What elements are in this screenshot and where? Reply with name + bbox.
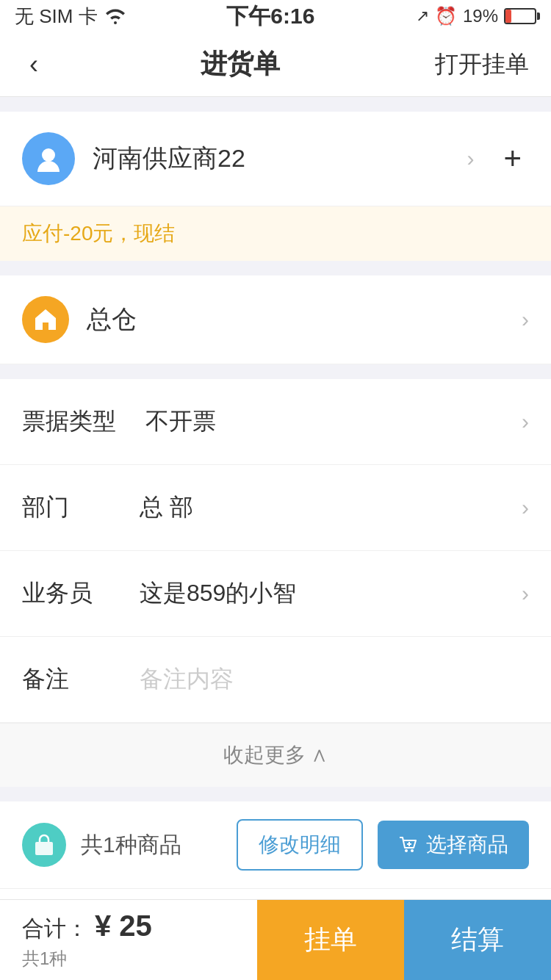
select-product-button[interactable]: 选择商品 — [378, 821, 529, 869]
salesperson-row[interactable]: 业务员 这是859的小智 › — [0, 551, 551, 637]
salesperson-chevron-icon: › — [522, 581, 529, 606]
notice-text: 应付-20元，现结 — [22, 222, 175, 245]
nav-bar: ‹ 进货单 打开挂单 — [0, 32, 551, 97]
warehouse-card: 总仓 › — [0, 275, 551, 364]
supplier-row[interactable]: 河南供应商22 › + — [0, 112, 551, 206]
remark-row[interactable]: 备注 备注内容 — [0, 637, 551, 723]
invoice-type-label: 票据类型 — [22, 406, 116, 438]
svg-point-0 — [42, 148, 55, 162]
salesperson-value: 这是859的小智 — [110, 577, 522, 610]
department-row[interactable]: 部门 总 部 › — [0, 465, 551, 551]
status-left: 无 SIM 卡 — [15, 4, 126, 29]
svg-rect-1 — [35, 842, 53, 855]
warehouse-icon — [22, 296, 69, 343]
collapse-label: 收起更多 ∧ — [223, 743, 328, 766]
person-icon — [34, 144, 63, 173]
bottom-bar: 合计： ¥ 25 共1种 挂单 结算 — [0, 899, 551, 980]
remark-value: 备注内容 — [110, 663, 529, 696]
product-count: 共1种商品 — [81, 830, 222, 860]
status-time: 下午6:16 — [226, 1, 314, 32]
hang-button[interactable]: 挂单 — [257, 900, 404, 981]
warehouse-row[interactable]: 总仓 › — [0, 275, 551, 364]
department-chevron-icon: › — [522, 495, 529, 520]
warehouse-chevron-icon: › — [522, 307, 529, 332]
department-value: 总 部 — [110, 491, 522, 524]
invoice-type-value: 不开票 — [116, 406, 522, 438]
status-right: ↗ ⏰ 19% — [416, 6, 536, 26]
form-card: 票据类型 不开票 › 部门 总 部 › 业务员 这是859的小智 › 备注 备注… — [0, 379, 551, 787]
page-title: 进货单 — [201, 46, 280, 82]
salesperson-label: 业务员 — [22, 577, 110, 610]
carrier-text: 无 SIM 卡 — [15, 4, 98, 29]
divider-4 — [0, 787, 551, 801]
alarm-icon: ⏰ — [435, 6, 457, 26]
product-section-icon — [22, 823, 66, 867]
notice-bar: 应付-20元，现结 — [0, 206, 551, 261]
divider-3 — [0, 364, 551, 379]
status-bar: 无 SIM 卡 下午6:16 ↗ ⏰ 19% — [0, 0, 551, 32]
supplier-avatar — [22, 132, 75, 185]
divider-1 — [0, 97, 551, 112]
select-product-label: 选择商品 — [426, 831, 508, 859]
battery-text: 19% — [463, 6, 498, 26]
svg-point-3 — [411, 849, 414, 852]
battery-icon — [504, 8, 536, 24]
remark-label: 备注 — [22, 663, 110, 696]
divider-2 — [0, 261, 551, 275]
supplier-name: 河南供应商22 — [93, 142, 467, 176]
warehouse-name: 总仓 — [87, 303, 522, 336]
total-amount: ¥ 25 — [95, 909, 152, 942]
department-label: 部门 — [22, 491, 110, 524]
settle-button[interactable]: 结算 — [404, 900, 551, 981]
add-supplier-button[interactable]: + — [496, 141, 529, 176]
collapse-button[interactable]: 收起更多 ∧ — [0, 723, 551, 787]
shopping-bag-icon — [32, 833, 56, 857]
location-icon: ↗ — [416, 7, 429, 26]
total-label: 合计： — [22, 916, 88, 940]
invoice-chevron-icon: › — [522, 409, 529, 434]
product-header: 共1种商品 修改明细 选择商品 — [0, 801, 551, 889]
cart-icon — [398, 836, 419, 854]
total-line: 合计： ¥ 25 — [22, 909, 235, 944]
house-icon — [32, 306, 59, 333]
battery-fill — [505, 10, 511, 23]
svg-point-2 — [405, 849, 408, 852]
wifi-icon — [105, 8, 126, 24]
supplier-card: 河南供应商22 › + 应付-20元，现结 — [0, 112, 551, 261]
supplier-chevron-icon: › — [467, 146, 474, 171]
edit-detail-button[interactable]: 修改明细 — [237, 819, 363, 871]
invoice-type-row[interactable]: 票据类型 不开票 › — [0, 379, 551, 465]
total-section: 合计： ¥ 25 共1种 — [0, 909, 257, 970]
total-count: 共1种 — [22, 947, 235, 970]
open-hang-button[interactable]: 打开挂单 — [435, 48, 529, 81]
back-button[interactable]: ‹ — [22, 42, 46, 87]
